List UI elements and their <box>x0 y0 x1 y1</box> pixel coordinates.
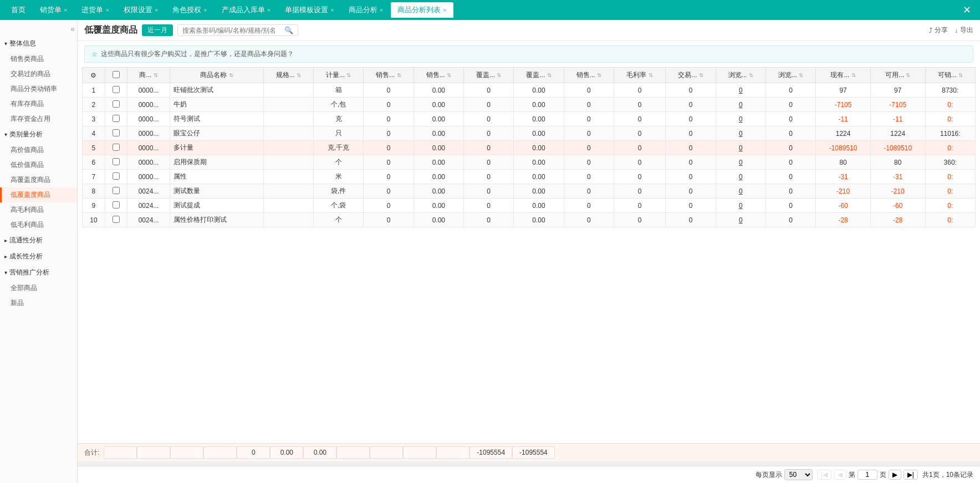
sidebar-item-low-coverage[interactable]: 低覆盖度商品 <box>0 187 77 202</box>
row-no: 8 <box>83 184 105 199</box>
summary-current-total: -1095554 <box>469 446 512 459</box>
nav-tab-permissions[interactable]: 权限设置 × <box>117 2 165 18</box>
row-browse1-link[interactable]: 0 <box>739 87 743 94</box>
sidebar-item-new-products[interactable]: 新品 <box>0 296 77 311</box>
row-checkbox-input[interactable] <box>113 129 120 136</box>
row-browse1-link[interactable]: 0 <box>739 130 743 138</box>
sidebar-group-category[interactable]: ▾ 类别量分析 <box>0 126 77 143</box>
row-sales3: 0 <box>564 184 614 199</box>
row-gross: 0 <box>614 199 665 213</box>
col-checkbox[interactable] <box>105 68 127 83</box>
row-checkbox-input[interactable] <box>113 158 120 165</box>
col-code[interactable]: 商... ⇅ <box>127 68 170 83</box>
export-button[interactable]: ↓ 导出 <box>955 26 973 35</box>
sidebar-collapse-button[interactable]: « <box>70 24 75 33</box>
summary-coverage-total: 0.00 <box>303 446 336 459</box>
close-icon[interactable]: × <box>380 7 383 13</box>
nav-tab-production[interactable]: 产成品入库单 × <box>215 2 277 18</box>
select-all-checkbox[interactable] <box>113 71 120 78</box>
nav-tab-sales[interactable]: 销货单 × <box>33 2 74 18</box>
row-code: 0024... <box>127 199 170 213</box>
nav-tab-purchase[interactable]: 进货单 × <box>75 2 115 18</box>
row-checkbox-input[interactable] <box>113 144 120 151</box>
sidebar-item-in-stock[interactable]: 有库存商品 <box>0 96 77 111</box>
close-icon[interactable]: × <box>203 7 207 13</box>
sidebar-item-low-value[interactable]: 低价值商品 <box>0 157 77 172</box>
sidebar-group-marketing[interactable]: ▾ 营销推广分析 <box>0 265 77 281</box>
close-icon[interactable]: × <box>330 7 334 13</box>
close-icon[interactable]: × <box>267 7 270 13</box>
page-size-dropdown[interactable]: 20 50 100 200 <box>784 469 813 480</box>
sidebar-group-flow[interactable]: ▸ 流通性分析 <box>0 232 77 248</box>
row-browse1: 0 <box>716 83 765 98</box>
close-icon[interactable]: × <box>155 7 158 13</box>
col-sales2[interactable]: 销售... ⇅ <box>414 68 463 83</box>
page-input[interactable] <box>858 470 877 480</box>
col-sales1[interactable]: 销售... ⇅ <box>364 68 414 83</box>
row-sales1: 0 <box>364 199 414 213</box>
close-icon[interactable]: × <box>64 7 67 13</box>
row-browse1-link[interactable]: 0 <box>739 101 743 109</box>
sidebar-item-high-value[interactable]: 高价值商品 <box>0 143 77 157</box>
sidebar-item-high-coverage[interactable]: 高覆盖度商品 <box>0 172 77 187</box>
row-browse1-link[interactable]: 0 <box>739 159 743 166</box>
row-browse1-link[interactable]: 0 <box>739 216 743 224</box>
col-available[interactable]: 可用... ⇅ <box>870 68 925 83</box>
nav-tab-analysis-list[interactable]: 商品分析列表 × <box>391 2 453 18</box>
col-sellable[interactable]: 可销... ⇅ <box>925 68 975 83</box>
sidebar-item-capital-use[interactable]: 库存资金占用 <box>0 111 77 126</box>
row-checkbox-input[interactable] <box>113 172 120 180</box>
row-browse1-link[interactable]: 0 <box>739 144 743 152</box>
row-checkbox-input[interactable] <box>113 100 120 108</box>
col-unit[interactable]: 计量... ⇅ <box>314 68 364 83</box>
first-page-button[interactable]: |◀ <box>817 470 831 480</box>
nav-tab-home[interactable]: 首页 <box>4 2 32 18</box>
next-page-button[interactable]: ▶ <box>889 470 901 480</box>
close-icon[interactable]: × <box>443 7 446 13</box>
col-name[interactable]: 商品名称 ⇅ <box>170 68 263 83</box>
filter-period-button[interactable]: 近一月 <box>142 24 173 36</box>
sidebar-item-low-margin[interactable]: 低毛利商品 <box>0 217 77 232</box>
sidebar-item-high-margin[interactable]: 高毛利商品 <box>0 202 77 217</box>
row-checkbox-input[interactable] <box>113 216 120 223</box>
col-trade[interactable]: 交易... ⇅ <box>666 68 716 83</box>
sidebar-item-all-products[interactable]: 全部商品 <box>0 281 77 296</box>
col-gross[interactable]: 毛利率 ⇅ <box>614 68 665 83</box>
row-checkbox-input[interactable] <box>113 86 120 93</box>
share-button[interactable]: ⤴ 分享 <box>929 26 948 35</box>
sidebar-item-sales-products[interactable]: 销售类商品 <box>0 52 77 67</box>
nav-tab-template[interactable]: 单据模板设置 × <box>278 2 340 18</box>
col-browse2[interactable]: 浏览... ⇅ <box>765 68 815 83</box>
sidebar-item-traded-products[interactable]: 交易过的商品 <box>0 67 77 82</box>
col-coverage2[interactable]: 覆盖... ⇅ <box>514 68 564 83</box>
row-checkbox-input[interactable] <box>113 115 120 122</box>
horizontal-scrollbar[interactable] <box>78 461 980 466</box>
row-browse1-link[interactable]: 0 <box>739 202 743 210</box>
row-checkbox <box>105 112 127 126</box>
col-sales3[interactable]: 销售... ⇅ <box>564 68 614 83</box>
row-browse1-link[interactable]: 0 <box>739 115 743 123</box>
col-browse1[interactable]: 浏览... ⇅ <box>716 68 765 83</box>
close-icon[interactable]: × <box>105 7 109 13</box>
nav-tab-analysis[interactable]: 商品分析 × <box>342 2 390 18</box>
search-icon[interactable]: 🔍 <box>284 26 293 34</box>
row-checkbox-input[interactable] <box>113 201 120 209</box>
col-current[interactable]: 现有... ⇅ <box>816 68 871 83</box>
sidebar-item-category-turnover[interactable]: 商品分类动销率 <box>0 82 77 96</box>
last-page-button[interactable]: ▶| <box>904 470 918 480</box>
row-browse1-link[interactable]: 0 <box>739 187 743 195</box>
col-coverage1[interactable]: 覆盖... ⇅ <box>463 68 513 83</box>
sidebar-group-overview[interactable]: ▾ 整体信息 <box>0 35 77 52</box>
search-input[interactable] <box>182 27 282 34</box>
row-checkbox-input[interactable] <box>113 187 120 194</box>
row-browse1-link[interactable]: 0 <box>739 173 743 181</box>
sidebar-group-growth[interactable]: ▸ 成长性分析 <box>0 248 77 265</box>
window-close-button[interactable]: ✕ <box>958 4 976 16</box>
nav-tab-roles[interactable]: 角色授权 × <box>166 2 213 18</box>
header-actions: ⤴ 分享 ↓ 导出 <box>929 26 973 35</box>
search-box: 🔍 <box>177 24 298 36</box>
col-spec[interactable]: 规格... ⇅ <box>263 68 313 83</box>
prev-page-button[interactable]: ◀ <box>834 470 846 480</box>
row-sales3: 0 <box>564 112 614 126</box>
col-settings[interactable]: ⚙ <box>83 68 105 83</box>
